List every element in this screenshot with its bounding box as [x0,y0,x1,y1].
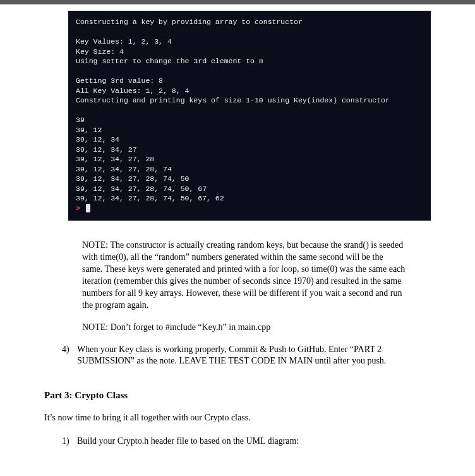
terminal-line: 39, 12, 34, 27, 28, 74, 50, 67, 62 [76,194,224,202]
ordered-step-4: 4) When your Key class is working proper… [62,344,406,368]
terminal-line: Key Size: 4 [76,47,124,56]
step-number: 4) [62,344,77,368]
body-text-block: NOTE: The constructor is actually creati… [82,240,406,333]
terminal-line: 39, 12, 34, 27, 28, 74 [76,165,172,173]
terminal-line: Key Values: 1, 2, 3, 4 [76,37,172,46]
window-top-bar [0,0,475,4]
terminal-line: Constructing a key by providing array to… [76,18,303,26]
step-number: 1) [62,436,77,448]
step-text: Build your Crypto.h header file to based… [77,436,299,448]
terminal-line: 39, 12 [76,126,102,134]
terminal-output: Constructing a key by providing array to… [68,11,431,221]
terminal-line: Getting 3rd value: 8 [76,76,163,85]
document-page: Constructing a key by providing array to… [0,4,475,470]
terminal-line: 39, 12, 34, 27 [76,145,137,154]
part3-intro: It’s now time to bring it all together w… [44,412,431,424]
terminal-line: 39 [76,116,85,124]
terminal-cursor [86,204,90,212]
terminal-line: 39, 12, 34, 27, 28, 74, 50 [76,174,189,183]
ordered-step-part3-1: 1) Build your Crypto.h header file to ba… [62,436,406,448]
note-paragraph-2: NOTE: Don’t forget to #include “Key.h” i… [82,322,406,334]
terminal-line: Constructing and printing keys of size 1… [76,96,390,104]
terminal-line: Using setter to change the 3rd element t… [76,57,263,65]
terminal-line: 39, 12, 34, 27, 28, 74, 50, 67 [76,185,207,193]
terminal-line: 39, 12, 34 [76,135,119,143]
terminal-line: 39, 12, 34, 27, 28 [76,155,154,163]
part3-heading: Part 3: Crypto Class [44,390,431,401]
terminal-prompt: > [76,204,80,212]
terminal-line: All Key Values: 1, 2, 8, 4 [76,87,189,95]
note-paragraph-1: NOTE: The constructor is actually creati… [82,240,406,311]
step-text: When your Key class is working properly,… [77,344,406,368]
